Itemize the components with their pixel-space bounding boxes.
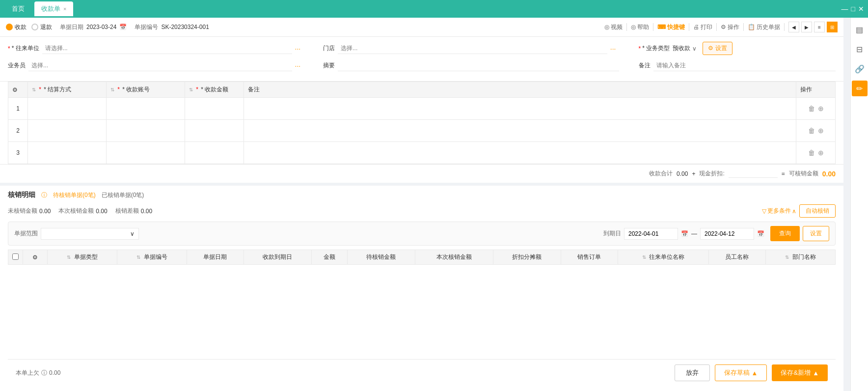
th-doc-date: 单据日期 xyxy=(187,250,244,265)
window-maximize[interactable]: □ xyxy=(851,5,855,13)
th-discount: 折扣分摊额 xyxy=(493,250,561,265)
window-close[interactable]: ✕ xyxy=(858,5,864,13)
bottom-bar: 本单上欠 ⓘ 0.00 放弃 保存草稿 ▲ 保存&新增 ▲ xyxy=(8,359,836,386)
doc-no-field: 单据编号 SK-20230324-001 xyxy=(135,23,209,31)
th-gear-verify[interactable]: ⚙ xyxy=(23,250,48,265)
th-amount: 金额 xyxy=(311,250,347,265)
sidebar-table-icon[interactable]: ▤ xyxy=(852,22,868,37)
th-gear[interactable]: ⚙ xyxy=(8,82,28,98)
verification-info-icon[interactable]: ⓘ xyxy=(41,191,47,199)
query-button[interactable]: 查询 xyxy=(770,226,800,241)
refund-radio-dot xyxy=(31,24,38,30)
sidebar-edit-icon[interactable]: ✏ xyxy=(852,81,868,96)
view-right-icon[interactable]: ▶ xyxy=(801,22,812,32)
save-new-arrow-icon: ▲ xyxy=(813,369,819,377)
store-more-btn[interactable]: ··· xyxy=(607,45,619,53)
th-store: ⇅ 部门名称 xyxy=(766,250,836,265)
verify-settings-button[interactable]: 设置 xyxy=(803,226,829,241)
tab-close-icon[interactable]: × xyxy=(63,6,66,12)
business-type-selector[interactable]: 预收款 ∨ xyxy=(673,44,697,53)
row1-copy-icon[interactable]: ⊕ xyxy=(818,105,824,112)
row2-delete-icon[interactable]: 🗑 xyxy=(808,127,815,135)
th-amount: ⇅ * * 收款金额 xyxy=(185,82,244,98)
done-tab[interactable]: 已核销单据(0笔) xyxy=(102,191,144,199)
th-counterpart: ⇅ 往来单位名称 xyxy=(618,250,708,265)
view-left-icon[interactable]: ◀ xyxy=(788,22,799,32)
tab-bar: 首页 收款单 × — □ ✕ xyxy=(0,0,868,18)
staff-input[interactable] xyxy=(28,60,292,71)
row2-copy-icon[interactable]: ⊕ xyxy=(818,127,824,135)
view-list-icon[interactable]: ≡ xyxy=(814,22,825,32)
verify-table: ⚙ ⇅ 单据类型 ⇅ 单据编号 xyxy=(8,250,836,265)
save-draft-arrow-icon: ▲ xyxy=(752,369,758,377)
receipt-radio[interactable]: 收款 xyxy=(6,23,27,31)
row3-delete-icon[interactable]: 🗑 xyxy=(808,149,815,157)
data-table-area: ⚙ ⇅ * * 结算方式 ⇅ * * 收款账号 xyxy=(0,82,843,164)
filter-row: 单据范围 ∨ 到期日 📅 — 📅 xyxy=(8,222,836,246)
doc-date-calendar-icon[interactable]: 📅 xyxy=(119,24,127,30)
order-debt-info: 本单上欠 ⓘ 0.00 xyxy=(16,369,60,377)
th-settle: ⇅ * * 结算方式 xyxy=(28,82,107,98)
cash-discount-input[interactable] xyxy=(729,170,778,178)
verification-actions: ▽ 更多条件 ∧ 自动核销 xyxy=(762,204,836,218)
remark-input[interactable] xyxy=(653,60,836,71)
btn-print[interactable]: 🖨 打印 xyxy=(693,23,712,31)
window-minimize[interactable]: — xyxy=(841,5,848,13)
business-type-arrow-icon: ∨ xyxy=(692,45,697,52)
row1-delete-icon[interactable]: 🗑 xyxy=(808,105,815,112)
gear-icon: ⚙ xyxy=(12,86,18,93)
summary-input[interactable] xyxy=(338,60,619,71)
btn-history[interactable]: 📋 历史单据 xyxy=(748,23,780,31)
doc-range-field: 单据范围 ∨ xyxy=(14,228,597,240)
save-new-button[interactable]: 保存&新增 ▲ xyxy=(772,364,828,381)
th-action: 操作 xyxy=(796,82,836,98)
verification-section: 核销明细 ⓘ 待核销单据(0笔) 已核销单据(0笔) 未核销金额 0.00 本次… xyxy=(0,183,843,391)
more-conditions-btn[interactable]: ▽ 更多条件 ∧ xyxy=(762,207,796,215)
abandon-button[interactable]: 放弃 xyxy=(675,364,710,381)
due-date-from-input[interactable] xyxy=(624,228,678,240)
doc-range-arrow-icon: ∨ xyxy=(130,230,135,237)
due-date-to-input[interactable] xyxy=(700,228,754,240)
form-area: * * 往来单位 ··· 门店 ··· * * 业务类型 xyxy=(0,37,843,82)
select-all-checkbox[interactable] xyxy=(12,253,19,260)
th-doc-no: ⇅ 单据编号 xyxy=(117,250,187,265)
btn-help[interactable]: ◎ 帮助 xyxy=(631,23,649,31)
auto-clear-button[interactable]: 自动核销 xyxy=(799,204,836,218)
date-range-field: 到期日 📅 — 📅 xyxy=(603,228,764,240)
gear-verify-icon: ⚙ xyxy=(32,254,38,261)
video-icon: ◎ xyxy=(604,24,609,30)
receipt-type-group: 收款 退款 xyxy=(6,23,52,31)
pending-tab[interactable]: 待核销单据(0笔) xyxy=(53,191,96,199)
verify-diff: 核销差额 0.00 xyxy=(115,207,152,215)
tab-current[interactable]: 收款单 × xyxy=(34,1,73,16)
counterpart-input[interactable] xyxy=(42,43,292,54)
doc-range-select[interactable]: ∨ xyxy=(41,228,139,240)
toolbar-right: ◎ 视频 ◎ 帮助 ⌨ 快捷键 🖨 xyxy=(604,22,838,32)
counterpart-more-btn[interactable]: ··· xyxy=(292,45,304,53)
history-icon: 📋 xyxy=(748,24,755,30)
row3-copy-icon[interactable]: ⊕ xyxy=(818,149,824,157)
calendar-from-icon[interactable]: 📅 xyxy=(681,230,688,237)
current-verify-amount: 本次核销金额 0.00 xyxy=(58,207,107,215)
doc-date-field: 单据日期 2023-03-24 📅 xyxy=(60,23,127,31)
table-row: 2 🗑 ⊕ xyxy=(8,120,836,142)
btn-video[interactable]: ◎ 视频 xyxy=(604,23,623,31)
sidebar-link-icon[interactable]: 🔗 xyxy=(852,61,868,77)
store-input[interactable] xyxy=(338,43,607,54)
btn-operation[interactable]: ⚙ 操作 xyxy=(721,23,739,31)
settings-button[interactable]: ⚙ 设置 xyxy=(703,42,732,55)
order-debt-info-icon[interactable]: ⓘ xyxy=(41,369,47,377)
filter-icon: ▽ xyxy=(762,208,766,215)
save-draft-button[interactable]: 保存草稿 ▲ xyxy=(715,364,767,381)
refund-radio[interactable]: 退款 xyxy=(31,23,52,31)
tab-home[interactable]: 首页 xyxy=(4,1,32,16)
btn-shortcut[interactable]: ⌨ 快捷键 xyxy=(657,23,685,31)
calendar-to-icon[interactable]: 📅 xyxy=(757,230,764,237)
sidebar-list-icon[interactable]: ⊟ xyxy=(852,41,868,57)
th-current-verify: 本次核销金额 xyxy=(415,250,493,265)
th-checkbox[interactable] xyxy=(8,250,23,265)
staff-more-btn[interactable]: ··· xyxy=(292,62,304,70)
th-sales-order: 销售订单 xyxy=(561,250,618,265)
view-grid-icon[interactable]: ⊞ xyxy=(827,22,838,32)
th-account: ⇅ * * 收款账号 xyxy=(107,82,185,98)
